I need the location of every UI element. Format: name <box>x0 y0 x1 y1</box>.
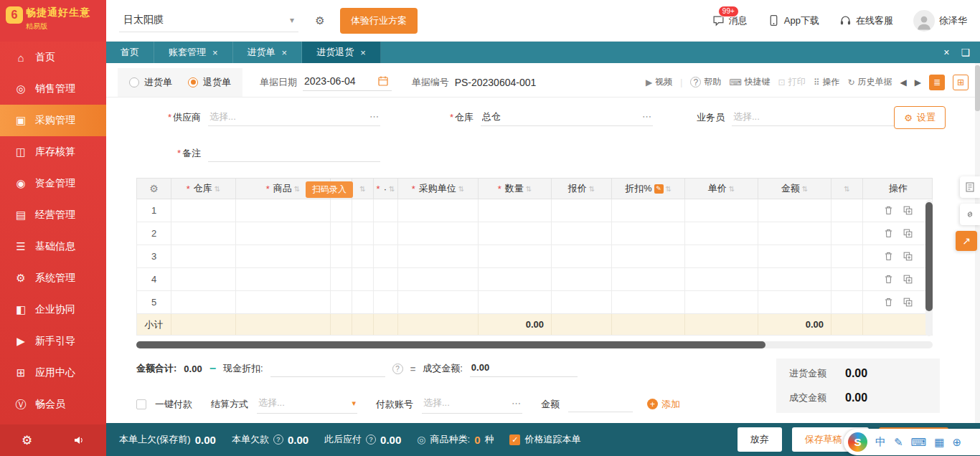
next-arrow-icon[interactable]: ▶ <box>915 77 921 87</box>
grid-cell[interactable] <box>374 222 398 244</box>
grid-cell[interactable] <box>612 268 685 290</box>
grid-cell[interactable] <box>831 245 863 267</box>
link-dock-button[interactable] <box>960 204 980 225</box>
grid-cell[interactable] <box>398 222 479 244</box>
trial-solution-button[interactable]: 体验行业方案 <box>340 8 418 34</box>
table-horizontal-scrollbar[interactable] <box>136 341 933 348</box>
ime-lang-toggle[interactable]: 中 <box>875 435 886 449</box>
grid-cell[interactable] <box>612 245 685 267</box>
grid-cell[interactable] <box>331 199 352 222</box>
sort-icon[interactable]: ⇅ <box>666 185 672 193</box>
grid-cell[interactable] <box>236 222 331 244</box>
sidebar-item-collab[interactable]: ◧企业协同 <box>0 294 106 326</box>
grid-cell[interactable] <box>374 291 398 313</box>
header-col13[interactable]: ⇅ <box>831 179 863 199</box>
settings-gear-icon[interactable]: ⚙ <box>22 433 32 448</box>
grid-cell[interactable] <box>685 199 758 222</box>
discard-button[interactable]: 放弃 <box>738 427 782 452</box>
warehouse-input[interactable] <box>482 111 618 122</box>
copy-row-icon[interactable] <box>903 228 913 239</box>
close-all-tabs-icon[interactable]: × <box>943 47 949 58</box>
grid-cell[interactable] <box>352 268 374 290</box>
grid-cell[interactable] <box>352 222 374 244</box>
online-service-button[interactable]: 在线客服 <box>839 14 893 27</box>
column-settings[interactable]: ⚙ <box>137 179 171 199</box>
grid-cell[interactable] <box>331 268 352 290</box>
speaker-icon[interactable] <box>73 434 85 446</box>
sidebar-item-member[interactable]: Ⓥ畅会员 <box>0 389 106 420</box>
sort-icon[interactable]: ⇅ <box>215 185 220 193</box>
header-unit-small[interactable]: *·⇅ <box>374 179 398 199</box>
grid-cell[interactable] <box>171 199 236 222</box>
grid-cell[interactable] <box>479 268 552 290</box>
settings-button[interactable]: ⚙ 设置 <box>894 106 946 129</box>
grid-cell[interactable] <box>171 291 236 313</box>
grid-cell[interactable] <box>374 199 398 222</box>
grid-cell[interactable] <box>331 222 352 244</box>
app-download-button[interactable]: App下载 <box>768 14 819 27</box>
question-icon[interactable]: ? <box>366 434 376 445</box>
grid-cell[interactable] <box>831 199 863 222</box>
grid-cell[interactable] <box>685 245 758 267</box>
close-icon[interactable]: × <box>212 47 218 58</box>
radio-return-order[interactable]: 退货单 <box>188 76 231 89</box>
grid-cell[interactable] <box>612 291 685 313</box>
hotkeys-link[interactable]: ⌨快捷键 <box>729 76 770 88</box>
grid-cell[interactable] <box>758 268 831 290</box>
sidebar-item-system[interactable]: ⚙系统管理 <box>0 262 106 294</box>
prev-arrow-icon[interactable]: ◀ <box>900 77 907 87</box>
grid-cell[interactable] <box>352 245 374 267</box>
supplier-input[interactable] <box>209 111 346 122</box>
sidebar-item-purchase[interactable]: ▣采购管理 <box>0 105 106 136</box>
grid-cell[interactable] <box>479 199 552 222</box>
history-link[interactable]: ↻历史单据 <box>847 76 892 88</box>
sort-icon[interactable]: ⇅ <box>589 185 595 193</box>
grid-cell[interactable] <box>612 222 685 244</box>
grid-cell[interactable] <box>685 291 758 313</box>
copy-row-icon[interactable] <box>903 205 913 216</box>
grid-cell[interactable] <box>552 291 612 313</box>
video-link[interactable]: ▶视频 <box>646 76 672 88</box>
question-icon[interactable]: ? <box>273 434 283 445</box>
sort-icon[interactable]: ⇅ <box>526 185 532 193</box>
sidebar-item-guide[interactable]: ▶新手引导 <box>0 326 106 357</box>
one-click-pay-checkbox[interactable] <box>136 399 146 409</box>
grid-cell[interactable] <box>171 245 236 267</box>
doc-date-input[interactable]: 2023-06-04 <box>303 73 392 91</box>
grid-cell[interactable] <box>612 199 685 222</box>
copy-row-icon[interactable] <box>903 251 913 262</box>
copy-row-icon[interactable] <box>903 297 913 308</box>
header-product[interactable]: *商品扫码录入⇅ <box>236 179 331 199</box>
price-track-checkbox[interactable]: ✓ <box>509 434 520 445</box>
pay-amount-input[interactable] <box>568 396 633 412</box>
sort-icon[interactable]: ⇅ <box>729 185 735 193</box>
copy-row-icon[interactable] <box>903 274 913 285</box>
header-quote[interactable]: 报价⇅ <box>552 179 612 199</box>
sort-icon[interactable]: ⇅ <box>359 185 365 193</box>
sort-icon[interactable]: ⇅ <box>294 185 300 193</box>
table-vertical-scrollbar[interactable] <box>925 200 933 336</box>
sort-icon[interactable]: ⇅ <box>844 185 849 193</box>
ime-board-icon[interactable]: ▦ <box>934 436 944 449</box>
supplier-picker-icon[interactable]: ⋯ <box>369 111 379 122</box>
help-link[interactable]: ?帮助 <box>690 76 721 88</box>
grid-cell[interactable] <box>685 268 758 290</box>
grid-cell[interactable] <box>758 245 831 267</box>
note-input[interactable] <box>209 147 346 158</box>
grid-cell[interactable] <box>331 291 352 313</box>
sidebar-item-operations[interactable]: ▤经营管理 <box>0 199 106 231</box>
grid-cell[interactable] <box>236 199 331 222</box>
pay-account-picker-icon[interactable]: ⋯ <box>512 398 521 409</box>
grid-cell[interactable] <box>236 245 331 267</box>
account-gear-icon[interactable]: ⚙ <box>310 11 330 31</box>
grid-cell[interactable] <box>236 268 331 290</box>
grid-cell[interactable] <box>552 245 612 267</box>
add-payment-button[interactable]: + 添加 <box>647 398 680 411</box>
grid-cell[interactable] <box>352 199 374 222</box>
grid-cell[interactable] <box>552 222 612 244</box>
sort-icon[interactable]: ⇅ <box>458 185 464 193</box>
tab-account-books[interactable]: 账套管理× <box>154 42 233 63</box>
sort-icon[interactable]: ⇅ <box>802 185 808 193</box>
fullscreen-icon[interactable]: ❏ <box>961 47 970 58</box>
header-amount[interactable]: 金额⇅ <box>758 179 831 199</box>
